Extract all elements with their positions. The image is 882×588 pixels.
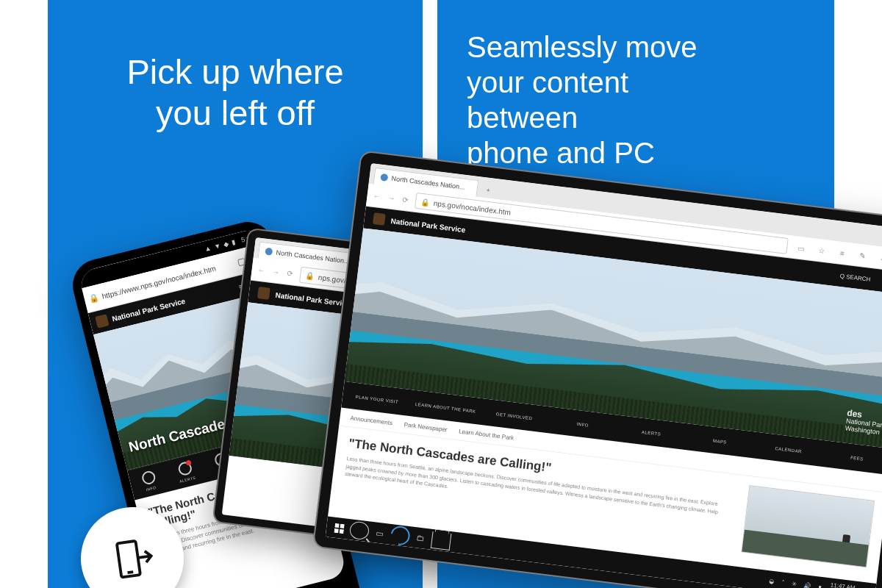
tray-chevron-icon[interactable]: ˄	[781, 579, 785, 586]
right-headline: Seamlessly move your content between pho…	[467, 29, 697, 171]
nps-logo-icon	[95, 314, 109, 328]
svg-rect-3	[340, 523, 344, 528]
lock-icon: 🔒	[420, 197, 430, 206]
headline-line: Pick up where	[126, 52, 343, 91]
nps-logo-icon	[257, 287, 270, 300]
tablet-mockup: North Cascades Nation... + ← → ⟳ 🔒 nps.g…	[312, 150, 882, 588]
refresh-icon[interactable]: ⟳	[287, 269, 293, 278]
start-button[interactable]	[329, 519, 349, 537]
tray-wifi-icon[interactable]: ⚹	[791, 580, 797, 588]
search-button[interactable]	[349, 521, 370, 539]
crumb-item[interactable]: Learn About the Park	[459, 428, 514, 441]
store-taskbar-icon[interactable]	[431, 531, 451, 550]
lock-icon: 🔒	[305, 271, 315, 280]
promo-stage: Pick up where you left off ▲ ▼ ◆ ▮ 5:47 …	[0, 0, 882, 588]
back-icon[interactable]: ←	[257, 265, 265, 274]
reading-view-icon[interactable]: ▭	[795, 243, 808, 253]
tablet-screen: North Cascades Nation... + ← → ⟳ 🔒 nps.g…	[326, 163, 882, 588]
svg-rect-2	[334, 523, 339, 527]
nps-logo-icon	[373, 212, 386, 226]
edge-taskbar-icon[interactable]	[390, 526, 410, 545]
svg-rect-5	[339, 528, 343, 533]
tray-people-icon[interactable]: ◒	[769, 578, 775, 585]
left-headline: Pick up where you left off	[48, 51, 423, 135]
favorite-icon[interactable]: ☆	[815, 245, 829, 255]
top-link[interactable]: Q SEARCH	[839, 272, 871, 282]
tray-battery-icon[interactable]: ▮	[818, 584, 822, 588]
forward-icon[interactable]: →	[387, 193, 395, 202]
back-icon[interactable]: ←	[373, 191, 381, 200]
tray-clock[interactable]: 11:47 AM10/4/2017	[828, 582, 856, 588]
crumb-item[interactable]: Park Newspaper	[404, 421, 448, 433]
lock-icon: 🔒	[88, 293, 101, 304]
task-view-button[interactable]: ▭	[370, 524, 390, 542]
right-panel: Seamlessly move your content between pho…	[437, 0, 834, 588]
notes-icon[interactable]: ✎	[856, 251, 870, 260]
svg-line-1	[128, 572, 134, 573]
hub-icon[interactable]: ≡	[835, 248, 849, 258]
new-tab-button[interactable]: +	[479, 182, 498, 200]
hero-subtitle: des National Park Washington	[845, 409, 882, 437]
forward-icon[interactable]: →	[272, 268, 280, 276]
svg-rect-4	[334, 528, 338, 532]
refresh-icon[interactable]: ⟳	[402, 195, 409, 204]
crumb-item[interactable]: Announcements	[350, 415, 392, 426]
share-icon[interactable]: ↗	[876, 253, 882, 262]
continue-on-pc-icon	[107, 533, 158, 584]
url-text: nps.gov/noca/index.htm	[433, 198, 511, 216]
headline-line: you left off	[156, 93, 315, 132]
explorer-taskbar-icon[interactable]: 🗀	[410, 529, 431, 548]
article-thumb	[741, 485, 875, 567]
tray-volume-icon[interactable]: 🔊	[803, 582, 811, 588]
